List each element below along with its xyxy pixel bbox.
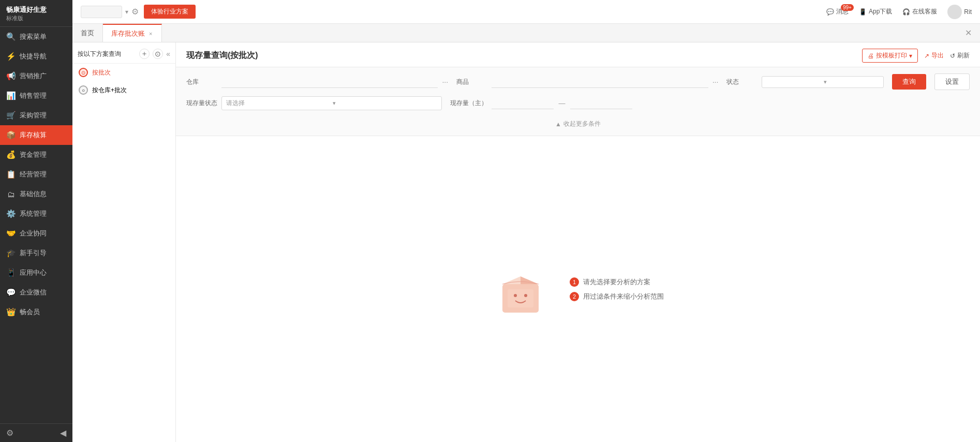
sidebar-item-label: 搜索菜单 bbox=[20, 32, 47, 41]
collapse-arrow-icon: ▲ bbox=[555, 121, 561, 128]
sidebar-item-member[interactable]: 👑 畅会员 bbox=[0, 302, 72, 322]
right-panel: 现存量查询(按批次) 🖨 按模板打印 ▾ ↗ 导出 ↺ 刷新 bbox=[176, 42, 980, 442]
experience-button[interactable]: 体验行业方案 bbox=[144, 5, 196, 19]
sidebar-item-label: 企业微信 bbox=[20, 288, 47, 297]
sidebar-item-label: 新手引导 bbox=[20, 248, 47, 258]
product-more-icon[interactable]: ··· bbox=[712, 78, 719, 86]
empty-svg bbox=[492, 258, 554, 320]
topbar-search-area: ▾ ⚙ bbox=[81, 6, 139, 18]
tip-num-2: 2 bbox=[570, 292, 579, 301]
tab-home-label: 首页 bbox=[81, 28, 94, 38]
tab-inventory-batch[interactable]: 库存批次账 × bbox=[103, 24, 162, 42]
tab-home[interactable]: 首页 bbox=[72, 24, 103, 42]
tip-text-1: 请先选择要分析的方案 bbox=[583, 277, 650, 287]
topbar-right: 💬 消息 99+ 📱 App下载 🎧 在线客服 Rit bbox=[826, 5, 972, 19]
online-service-button[interactable]: 🎧 在线客服 bbox=[902, 7, 937, 16]
wechat-icon: 💬 bbox=[6, 288, 16, 297]
topbar-chevron-icon[interactable]: ▾ bbox=[125, 8, 128, 16]
sidebar-item-finance[interactable]: 💰 资金管理 bbox=[0, 145, 72, 165]
export-button[interactable]: ↗ 导出 bbox=[924, 51, 944, 60]
sidebar-item-label: 快捷导航 bbox=[20, 52, 47, 61]
app-center-icon: 📱 bbox=[6, 268, 16, 277]
warehouse-more-icon[interactable]: ··· bbox=[442, 78, 448, 86]
status-chevron-icon: ▾ bbox=[824, 79, 879, 85]
scheme-item-by-batch[interactable]: ⊙ 按批次 bbox=[72, 64, 175, 81]
query-button[interactable]: 查询 bbox=[892, 74, 926, 90]
app-download-button[interactable]: 📱 App下载 bbox=[859, 7, 892, 16]
filter-row-2: 现存量状态 请选择 ▾ 现存量（主） — bbox=[186, 96, 970, 110]
sidebar: 畅康通好生意 标准版 🔍 搜索菜单 ⚡ 快捷导航 📢 营销推广 📊 销售管理 🛒… bbox=[0, 0, 72, 442]
sidebar-item-marketing[interactable]: 📢 营销推广 bbox=[0, 66, 72, 86]
sidebar-item-label: 企业协同 bbox=[20, 229, 47, 238]
status-label: 状态 bbox=[726, 78, 758, 86]
page-content: 按以下方案查询 ＋ ⊙ « ⊙ 按批次 ○ 按仓库+批次 现存量查询(按批次) bbox=[72, 42, 980, 442]
template-print-button[interactable]: 🖨 按模板打印 ▾ bbox=[862, 49, 918, 63]
topbar-search-input[interactable] bbox=[81, 6, 122, 18]
tip-num-1: 1 bbox=[570, 277, 579, 287]
user-avatar-area[interactable]: Rit bbox=[947, 5, 972, 19]
product-label: 商品 bbox=[456, 78, 487, 86]
operations-icon: 📋 bbox=[6, 170, 16, 179]
stock-status-label: 现存量状态 bbox=[186, 99, 217, 108]
sidebar-item-newbie[interactable]: 🎓 新手引导 bbox=[0, 243, 72, 263]
left-panel-title: 按以下方案查询 bbox=[78, 50, 121, 58]
message-button[interactable]: 💬 消息 99+ bbox=[826, 7, 849, 16]
page-header: 现存量查询(按批次) 🖨 按模板打印 ▾ ↗ 导出 ↺ 刷新 bbox=[176, 42, 980, 67]
quantity-min-input[interactable] bbox=[492, 97, 554, 109]
sidebar-item-app-center[interactable]: 📱 应用中心 bbox=[0, 263, 72, 283]
sidebar-item-quick-nav[interactable]: ⚡ 快捷导航 bbox=[0, 47, 72, 66]
member-icon: 👑 bbox=[6, 307, 16, 317]
close-all-tabs-button[interactable]: ✕ bbox=[965, 28, 972, 38]
newbie-icon: 🎓 bbox=[6, 248, 16, 258]
stock-status-value: 请选择 bbox=[226, 99, 331, 108]
tip-item-2: 2 用过滤条件来缩小分析范围 bbox=[570, 292, 664, 301]
main-container: ▾ ⚙ 体验行业方案 💬 消息 99+ 📱 App下载 🎧 在线客服 Rit bbox=[72, 0, 980, 442]
empty-illustration bbox=[492, 258, 554, 320]
empty-tips: 1 请先选择要分析的方案 2 用过滤条件来缩小分析范围 bbox=[570, 277, 664, 301]
left-panel-header: 按以下方案查询 ＋ ⊙ « bbox=[72, 42, 175, 64]
chevron-down-icon[interactable]: ▾ bbox=[909, 52, 912, 60]
product-input[interactable] bbox=[492, 76, 708, 88]
topbar-gear-icon[interactable]: ⚙ bbox=[131, 7, 139, 17]
refresh-icon: ↺ bbox=[950, 52, 955, 60]
sidebar-item-wechat[interactable]: 💬 企业微信 bbox=[0, 283, 72, 302]
quantity-max-input[interactable] bbox=[570, 97, 632, 109]
app-version: 标准版 bbox=[6, 14, 66, 22]
scheme-item-by-warehouse-batch[interactable]: ○ 按仓库+批次 bbox=[72, 81, 175, 99]
tab-close-icon[interactable]: × bbox=[148, 30, 153, 38]
inventory-icon: 📦 bbox=[6, 130, 16, 140]
left-panel-actions: ＋ ⊙ « bbox=[139, 49, 170, 59]
sidebar-item-system[interactable]: ⚙️ 系统管理 bbox=[0, 204, 72, 224]
status-dropdown[interactable]: ▾ bbox=[762, 76, 884, 88]
sidebar-item-operations[interactable]: 📋 经营管理 bbox=[0, 165, 72, 184]
sidebar-item-label: 资金管理 bbox=[20, 150, 47, 159]
sidebar-item-label: 营销推广 bbox=[20, 71, 47, 81]
add-scheme-button[interactable]: ＋ bbox=[139, 49, 150, 59]
sidebar-item-basic[interactable]: 🗂 基础信息 bbox=[0, 184, 72, 204]
scheme-settings-button[interactable]: ⊙ bbox=[153, 49, 163, 59]
stock-status-dropdown[interactable]: 请选择 ▾ bbox=[221, 96, 442, 110]
stock-status-field: 现存量状态 请选择 ▾ bbox=[186, 96, 442, 110]
scheme-icon-gray: ○ bbox=[79, 85, 88, 95]
sidebar-item-purchase[interactable]: 🛒 采购管理 bbox=[0, 106, 72, 125]
sidebar-item-label: 库存核算 bbox=[20, 130, 47, 140]
warehouse-label: 仓库 bbox=[186, 78, 217, 86]
collapse-left-panel-icon[interactable]: « bbox=[166, 50, 170, 58]
sidebar-item-inventory[interactable]: 📦 库存核算 bbox=[0, 125, 72, 145]
sidebar-bottom: ⚙ ◀ bbox=[0, 423, 72, 442]
tip-item-1: 1 请先选择要分析的方案 bbox=[570, 277, 664, 287]
sidebar-item-label: 畅会员 bbox=[20, 307, 40, 317]
online-service-label: 在线客服 bbox=[912, 7, 937, 16]
sidebar-item-sales[interactable]: 📊 销售管理 bbox=[0, 86, 72, 106]
refresh-button[interactable]: ↺ 刷新 bbox=[950, 51, 970, 60]
collapse-more-button[interactable]: ▲ 收起更多条件 bbox=[186, 116, 970, 129]
sidebar-item-enterprise[interactable]: 🤝 企业协同 bbox=[0, 224, 72, 243]
sidebar-item-search[interactable]: 🔍 搜索菜单 bbox=[0, 27, 72, 47]
collapse-sidebar-icon[interactable]: ◀ bbox=[60, 428, 66, 438]
svg-point-2 bbox=[514, 294, 517, 297]
filter-settings-button[interactable]: 设置 bbox=[934, 73, 970, 90]
warehouse-input[interactable] bbox=[221, 76, 438, 88]
marketing-icon: 📢 bbox=[6, 71, 16, 81]
tabbar: 首页 库存批次账 × ✕ bbox=[72, 24, 980, 42]
settings-icon[interactable]: ⚙ bbox=[6, 428, 13, 438]
